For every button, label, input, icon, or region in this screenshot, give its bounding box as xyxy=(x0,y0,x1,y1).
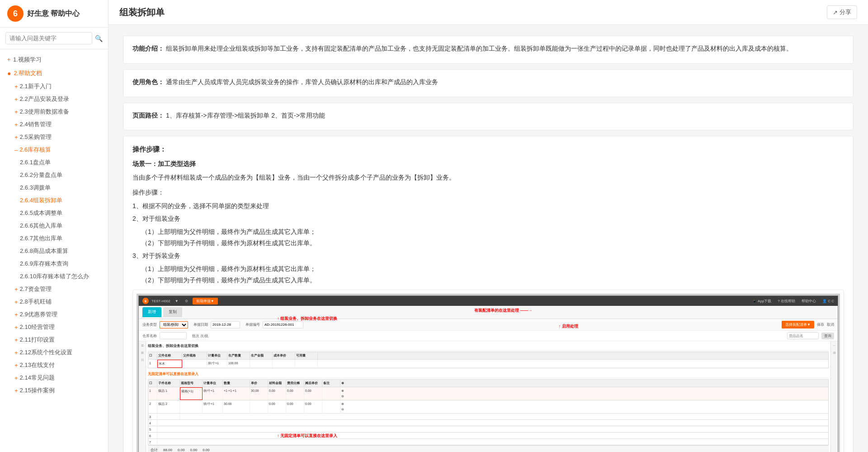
sidebar-item-2-6-6[interactable]: 2.6.6其他入库单 xyxy=(0,219,108,232)
lower-section-label: 无固定清单可以直接在这里录入 xyxy=(148,370,829,379)
operations-section: 操作步骤： 场景一：加工类型选择 当由多个子件材料组装成一个成品的业务为【组装】… xyxy=(123,136,854,452)
page-title: 组装拆卸单 xyxy=(119,6,165,19)
upper-section-label: 组装业务、拆卸业务在这里切换 xyxy=(148,342,829,351)
uth-qty: 生产数量 xyxy=(227,352,250,359)
lr1-qty: +1·+1·+1 xyxy=(223,387,250,400)
total-val4: 0.00 xyxy=(203,447,210,452)
total-val2: 0.00 xyxy=(178,447,185,452)
save-btn[interactable]: 保存 xyxy=(817,322,824,328)
step-2-sub2: （2）下部明细为子件明细，最终作为原材料生成其它出库单。 xyxy=(142,238,844,249)
tables-area: 组装业务、拆卸业务在这里切换 ☐ 父件名称 父件规格 计量单位 生产数量 xyxy=(146,341,830,452)
lr1-price: 30.00 xyxy=(250,387,268,400)
lth-price: 单价 xyxy=(250,380,268,387)
sidebar-item-2-6[interactable]: – 2.6库存核算 xyxy=(0,143,108,156)
help-center: 帮助中心 xyxy=(802,298,816,305)
form-toolbar: 业务类型 组装/拆卸 单据日期 单据编号 选择装配清单▼ 保存 取消 xyxy=(139,319,838,331)
search-input[interactable] xyxy=(5,32,92,44)
lr2-note xyxy=(322,400,340,413)
sidebar-item-2-1[interactable]: + 2.1新手入门 xyxy=(0,80,108,93)
lr1-mat: 0.00 xyxy=(268,387,286,400)
sidebar-item-2-15[interactable]: + 2.15操作案例 xyxy=(0,384,108,397)
sidebar-item-2-9[interactable]: + 2.9优惠券管理 xyxy=(0,308,108,321)
filter-input[interactable] xyxy=(787,332,819,339)
sidebar-item-2-3[interactable]: + 2.3使用前数据准备 xyxy=(0,105,108,118)
sidebar-item-2-6-5[interactable]: 2.6.5成本调整单 xyxy=(0,207,108,219)
sidebar-item-2-6-1[interactable]: 2.6.1盘点单 xyxy=(0,156,108,169)
content-body: ☰ ⊞ ☷ 组装业务、拆卸业务在这里切换 xyxy=(139,341,838,452)
lower-row-5: 5 xyxy=(148,426,829,433)
prior-bill-btn[interactable]: 前期单据▼ xyxy=(193,298,218,305)
expand-icon-2-4: + xyxy=(14,121,18,128)
sidebar-item-2-6-9[interactable]: 2.6.9库存账本查询 xyxy=(0,257,108,270)
search-icon[interactable]: 🔍 xyxy=(95,35,103,42)
date-input[interactable] xyxy=(211,321,240,328)
utr1-ops xyxy=(318,360,327,368)
sidebar-item-2-5[interactable]: + 2.5采购管理 xyxy=(0,131,108,143)
cancel-btn[interactable]: 取消 xyxy=(827,322,834,328)
lth-after-price: 摊后单价 xyxy=(304,380,322,387)
upper-table-header: ☐ 父件名称 父件规格 计量单位 生产数量 生产金额 成本单价 可用量 xyxy=(148,352,829,360)
sidebar-item-2-6-2[interactable]: 2.6.2分量盘点单 xyxy=(0,169,108,181)
user-avatar: 👤 C C xyxy=(822,298,834,305)
uth-amount: 生产金额 xyxy=(250,352,273,359)
lr7-num: 7 xyxy=(148,439,157,446)
select-bom-btn[interactable]: 选择装配清单▼ xyxy=(782,321,814,329)
filter-btn[interactable]: 查询 xyxy=(821,333,834,340)
lth-qty: 数量 xyxy=(223,380,250,387)
sidebar-item-2-11[interactable]: + 2.11打印设置 xyxy=(0,333,108,346)
sidebar-item-2-10[interactable]: + 2.10经营管理 xyxy=(0,321,108,333)
sidebar-item-2-8[interactable]: + 2.8手机旺铺 xyxy=(0,295,108,308)
system-id: TEST-H002 xyxy=(151,298,170,305)
expand-icon-2-10: + xyxy=(14,324,18,331)
role-section: 使用角色： 通常由生产人员或库管人员完成拆装业务的操作，库管人员确认原材料的出库… xyxy=(123,69,854,97)
biz-type-select[interactable]: 组装/拆卸 xyxy=(160,321,188,328)
tab-copy[interactable]: 复制 xyxy=(163,307,182,317)
sidebar-item-2-6-10[interactable]: 2.6.10库存账本错了怎么办 xyxy=(0,270,108,283)
scenario1-desc: 当由多个子件材料组装成一个成品的业务为【组装】业务，当由一个父件拆分成多个子产品… xyxy=(132,172,844,183)
nav-tree: + 1.视频学习 ● 2.帮助文档 + 2.1新手入门 + 2.2产品安装及登录… xyxy=(0,49,108,452)
lower-row-3: 3 xyxy=(148,414,829,420)
sidebar-item-1[interactable]: + 1.视频学习 xyxy=(0,53,108,67)
content-area: 功能介绍： 组装拆卸单用来处理企业组装或拆卸等加工业务，支持有固定装配清单的产品… xyxy=(108,25,868,452)
lr2-spec xyxy=(180,400,203,413)
sidebar-item-2-6-4[interactable]: 2.6.4组装拆卸单 xyxy=(0,194,108,207)
lower-row-7: 7 xyxy=(148,439,829,445)
share-button[interactable]: ↗ 分享 xyxy=(827,5,857,19)
utr1-num: 1 xyxy=(148,360,157,368)
sidebar-item-2-6-7[interactable]: 2.6.7其他出库单 xyxy=(0,232,108,245)
step-2-sub1: （1）上部明细为父件明细，最终作为产成品生成其它入库单； xyxy=(142,226,844,238)
path-text: 页面路径： 1、库存核算->库存管理->组装拆卸单 2、首页->常用功能 xyxy=(132,110,844,121)
sidebar-item-2[interactable]: ● 2.帮助文档 xyxy=(0,67,108,80)
bottom-totals: 合计 88.00 0.00 0.00 0.00 xyxy=(148,445,829,452)
uth-ops xyxy=(318,352,327,359)
lth-ops: ⊕ xyxy=(340,380,348,387)
left-icon-2: ⊞ xyxy=(141,350,144,356)
app-window: 6 TEST-H002 ▼ ⚙ 前期单据▼ 📱 App下载 ? 在线帮助 帮助中… xyxy=(138,295,838,452)
settings-icon: ⚙ xyxy=(185,298,188,305)
expand-icon-2-9: + xyxy=(14,311,18,318)
expand-icon-2-7: + xyxy=(14,286,18,293)
sidebar-item-2-13[interactable]: + 2.13在线支付 xyxy=(0,359,108,371)
sidebar-item-2-7[interactable]: + 2.7资金管理 xyxy=(0,283,108,295)
warehouse-input[interactable] xyxy=(160,332,187,339)
screenshot-wrapper: 6 TEST-H002 ▼ ⚙ 前期单据▼ 📱 App下载 ? 在线帮助 帮助中… xyxy=(137,294,840,452)
total-label: 合计 xyxy=(151,447,158,452)
doc-num-label: 单据编号 xyxy=(245,322,260,328)
uth-name: 父件名称 xyxy=(157,352,182,359)
lth-check: ☐ xyxy=(148,380,157,387)
lr2-after: 0.00 xyxy=(304,400,322,413)
tab-new[interactable]: 新增 xyxy=(142,307,161,317)
sidebar-item-2-14[interactable]: + 2.14常见问题 xyxy=(0,371,108,384)
lth-note: 备注 xyxy=(322,380,340,387)
expand-icon-2-13: + xyxy=(14,362,18,369)
sidebar-item-2-6-3[interactable]: 2.6.3调拨单 xyxy=(0,181,108,194)
sidebar-item-2-4[interactable]: + 2.4销售管理 xyxy=(0,118,108,131)
step-list: 1、根据不同的业务，选择不同单据的类型来处理 2、对于组装业务 （1）上部明细为… xyxy=(132,201,844,286)
doc-num-input[interactable] xyxy=(263,321,303,328)
sidebar-item-2-12[interactable]: + 2.12系统个性化设置 xyxy=(0,346,108,359)
app-title: 好生意 帮助中心 xyxy=(27,9,80,19)
expand-icon-2-14: + xyxy=(14,375,18,381)
sidebar-item-2-6-8[interactable]: 2.6.8商品成本重算 xyxy=(0,245,108,257)
sidebar-item-2-2[interactable]: + 2.2产品安装及登录 xyxy=(0,93,108,105)
lr2-qty: 30.00 xyxy=(223,400,250,413)
